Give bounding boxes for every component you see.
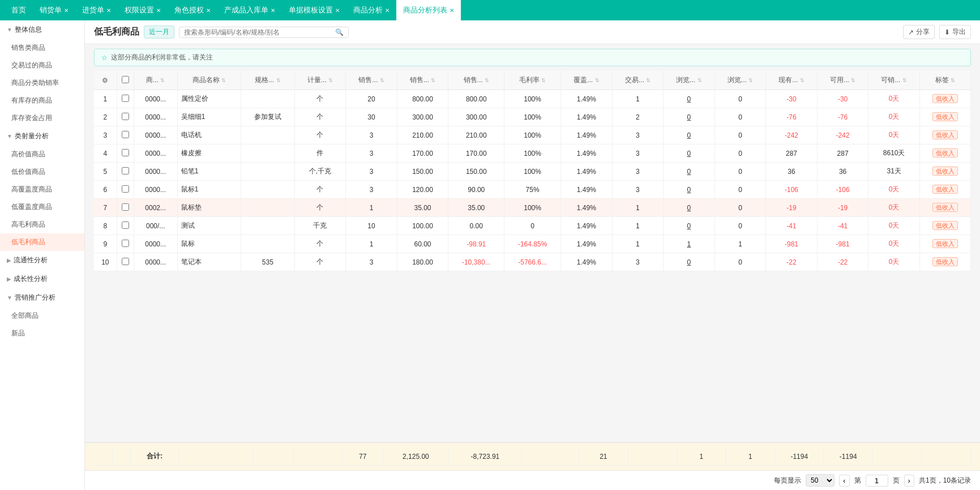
nav-item-analysis-list[interactable]: 商品分析列表 ✕	[396, 0, 461, 20]
share-button[interactable]: ↗ 分享	[903, 25, 935, 39]
prev-page-button[interactable]: ‹	[839, 475, 849, 487]
page-size-select[interactable]: 50 100 200	[806, 474, 835, 487]
row-code: 000/...	[134, 217, 177, 235]
row-spec	[241, 90, 295, 108]
nav-item-role[interactable]: 角色授权 ✕	[168, 0, 217, 20]
sidebar-item-low-profit[interactable]: 低毛利商品	[0, 233, 84, 251]
close-icon[interactable]: ✕	[156, 7, 161, 14]
sidebar-item-in-stock[interactable]: 有库存的商品	[0, 92, 84, 109]
th-current[interactable]: 现有... ⇅	[766, 71, 818, 90]
row-price: 300.00	[397, 108, 448, 126]
row-select-checkbox[interactable]	[122, 167, 129, 174]
nav-item-permissions[interactable]: 权限设置 ✕	[118, 0, 168, 20]
nav-item-product-entry[interactable]: 产成品入库单 ✕	[217, 0, 282, 20]
th-tag[interactable]: 标签 ⇅	[919, 71, 970, 90]
select-all-checkbox[interactable]	[122, 76, 129, 83]
th-checkbox[interactable]	[117, 71, 134, 90]
th-sales[interactable]: 销售... ⇅	[448, 71, 504, 90]
sidebar-item-low-coverage[interactable]: 低覆盖度商品	[0, 198, 84, 216]
row-select-checkbox[interactable]	[122, 203, 129, 211]
row-sellable: 0天	[868, 181, 920, 199]
sidebar-item-traded-goods[interactable]: 交易过的商品	[0, 57, 84, 74]
next-page-button[interactable]: ›	[904, 475, 914, 487]
th-available[interactable]: 可用... ⇅	[817, 71, 868, 90]
sidebar-group-value-analysis[interactable]: ▼ 类射量分析	[0, 127, 84, 146]
row-select-checkbox[interactable]	[122, 113, 129, 120]
th-browse1[interactable]: 浏览... ⇅	[664, 71, 715, 90]
row-select-checkbox[interactable]	[122, 185, 129, 193]
row-checkbox[interactable]	[117, 217, 134, 235]
filter-button[interactable]: 近一月	[144, 25, 174, 39]
th-profit-rate[interactable]: 毛利率 ⇅	[504, 71, 561, 90]
search-icon[interactable]: 🔍	[335, 28, 344, 36]
total-price: 2,125.00	[383, 448, 448, 466]
nav-item-purchase[interactable]: 进货单 ✕	[75, 0, 118, 20]
th-code[interactable]: 商... ⇅	[134, 71, 177, 90]
nav-item-home[interactable]: 首页	[5, 0, 33, 20]
row-spec	[241, 235, 295, 253]
row-checkbox[interactable]	[117, 235, 134, 253]
row-checkbox[interactable]	[117, 163, 134, 181]
sidebar-item-sales-goods[interactable]: 销售类商品	[0, 39, 84, 57]
close-icon[interactable]: ✕	[450, 7, 454, 14]
th-unit[interactable]: 计量... ⇅	[294, 71, 346, 90]
row-checkbox[interactable]	[117, 90, 134, 108]
nav-item-template[interactable]: 单据模板设置 ✕	[282, 0, 346, 20]
search-input[interactable]	[184, 28, 335, 36]
sidebar-item-all-goods[interactable]: 全部商品	[0, 307, 84, 325]
row-browse1[interactable]: 0	[664, 163, 715, 181]
th-sellable[interactable]: 可销... ⇅	[868, 71, 920, 90]
row-browse1[interactable]: 0	[664, 253, 715, 271]
close-icon[interactable]: ✕	[64, 7, 69, 14]
row-select-checkbox[interactable]	[122, 149, 129, 156]
sidebar-group-flow[interactable]: ▶ 流通性分析	[0, 251, 84, 270]
row-browse1[interactable]: 0	[664, 108, 715, 126]
th-transaction[interactable]: 交易... ⇅	[612, 71, 664, 90]
row-browse1[interactable]: 0	[664, 199, 715, 217]
th-price[interactable]: 销售... ⇅	[397, 71, 448, 90]
page-number-input[interactable]	[866, 475, 888, 487]
sidebar-item-category-rate[interactable]: 商品分类助销率	[0, 74, 84, 92]
th-coverage[interactable]: 覆盖... ⇅	[561, 71, 613, 90]
row-browse1[interactable]: 0	[664, 217, 715, 235]
close-icon[interactable]: ✕	[206, 7, 211, 14]
row-browse1[interactable]: 1	[664, 235, 715, 253]
row-checkbox[interactable]	[117, 126, 134, 144]
sidebar-item-capital[interactable]: 库存资金占用	[0, 109, 84, 127]
row-checkbox[interactable]	[117, 199, 134, 217]
th-qty[interactable]: 销售... ⇅	[346, 71, 397, 90]
sidebar-group-overall[interactable]: ▼ 整体信息	[0, 20, 84, 39]
sidebar-group-growth[interactable]: ▶ 成长性分析	[0, 270, 84, 288]
row-browse1[interactable]: 0	[664, 126, 715, 144]
close-icon[interactable]: ✕	[271, 7, 275, 14]
row-checkbox[interactable]	[117, 108, 134, 126]
row-select-checkbox[interactable]	[122, 95, 129, 102]
row-select-checkbox[interactable]	[122, 221, 129, 229]
row-checkbox[interactable]	[117, 253, 134, 271]
sidebar-item-high-coverage[interactable]: 高覆盖度商品	[0, 181, 84, 198]
close-icon[interactable]: ✕	[385, 7, 390, 14]
row-checkbox[interactable]	[117, 144, 134, 163]
row-select-checkbox[interactable]	[122, 131, 129, 138]
row-browse1[interactable]: 0	[664, 90, 715, 108]
sidebar-group-marketing[interactable]: ▼ 营销推广分析	[0, 288, 84, 307]
th-spec[interactable]: 规格... ⇅	[241, 71, 295, 90]
close-icon[interactable]: ✕	[106, 7, 111, 14]
sidebar-item-low-value[interactable]: 低价值商品	[0, 163, 84, 181]
row-browse1[interactable]: 0	[664, 181, 715, 199]
sidebar-item-high-profit[interactable]: 高毛利商品	[0, 216, 84, 233]
row-no: 6	[94, 181, 117, 199]
th-name[interactable]: 商品名称 ⇅	[177, 71, 241, 90]
row-select-checkbox[interactable]	[122, 240, 129, 247]
th-browse2[interactable]: 浏览... ⇅	[714, 71, 766, 90]
sidebar-item-high-value[interactable]: 高价值商品	[0, 146, 84, 163]
nav-item-analysis[interactable]: 商品分析 ✕	[346, 0, 396, 20]
close-icon[interactable]: ✕	[335, 7, 340, 14]
th-settings[interactable]: ⚙	[94, 71, 117, 90]
row-select-checkbox[interactable]	[122, 258, 129, 265]
export-button[interactable]: ⬇ 导出	[939, 25, 971, 39]
sidebar-item-new-goods[interactable]: 新品	[0, 325, 84, 342]
row-checkbox[interactable]	[117, 181, 134, 199]
row-browse1[interactable]: 0	[664, 144, 715, 163]
nav-item-sales[interactable]: 销货单 ✕	[33, 0, 75, 20]
